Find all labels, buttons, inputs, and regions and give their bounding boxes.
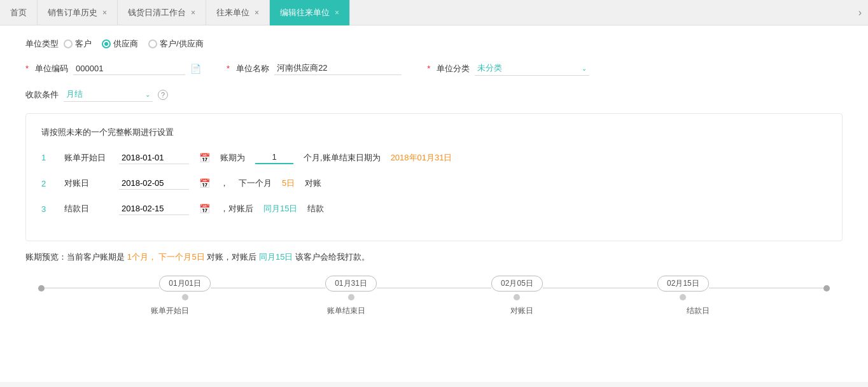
period-text-3b: 结款: [307, 203, 324, 215]
unit-type-row: 单位类型 客户 供应商 客户/供应商: [25, 38, 843, 50]
tab-partner[interactable]: 往来单位 ×: [206, 0, 270, 25]
tab-cash-work[interactable]: 钱货日清工作台 ×: [118, 0, 206, 25]
unit-type-label: 单位类型: [25, 38, 59, 50]
chevron-down-icon: ⌄: [145, 91, 150, 98]
tab-cash-work-label: 钱货日清工作台: [128, 7, 186, 18]
payment-date-input[interactable]: [119, 202, 189, 215]
tl-label-spacer-start: [38, 306, 126, 316]
unit-name-group: * 单位名称: [227, 62, 402, 75]
tab-home-label: 首页: [10, 7, 27, 18]
tl-dot-4: [680, 294, 686, 300]
period-text-1b: 个月,账单结束日期为: [304, 152, 381, 164]
tl-start: [38, 285, 45, 292]
tab-edit-partner[interactable]: 编辑往来单位 ×: [270, 0, 350, 25]
tl-label-1: 账单开始日: [126, 306, 214, 316]
unit-type-group: 单位类型 客户 供应商 客户/供应商: [25, 38, 204, 50]
tl-seg-2: [377, 288, 491, 288]
period-num-2: 2: [41, 179, 54, 188]
close-icon[interactable]: ×: [255, 8, 259, 17]
tl-seg-1: [211, 288, 325, 288]
period-label-3: 结款日: [64, 203, 109, 215]
radio-customer[interactable]: 客户: [64, 38, 92, 50]
close-icon[interactable]: ×: [335, 8, 339, 17]
unit-name-input[interactable]: [274, 62, 402, 75]
tl-start-dot: [38, 285, 45, 292]
tl-chip-1: 01月01日: [159, 276, 211, 292]
preview-section: 账期预览：当前客户账期是 1个月， 下一个月5日 对账，对账后 同月15日 该客…: [25, 251, 843, 263]
period-row-3: 3 结款日 📅 ，对账后 同月15日 结款: [41, 202, 827, 215]
unit-info-row: * 单位编码 📄 * 单位名称 * 单位分类 未分类 ⌄: [25, 61, 843, 76]
tab-home[interactable]: 首页: [0, 0, 38, 25]
close-icon[interactable]: ×: [102, 8, 107, 17]
preview-mid: 对账，对账后: [207, 252, 256, 262]
timeline-nodes-row: 01月01日 01月31日 02月05日 02月15日: [38, 276, 830, 300]
period-num-1: 1: [41, 153, 54, 162]
tab-sales-history[interactable]: 销售订单历史 ×: [38, 0, 118, 25]
period-end-date: 2018年01月31日: [391, 152, 452, 164]
tab-edit-partner-label: 编辑往来单位: [280, 7, 330, 18]
period-row-2: 2 对账日 📅 ， 下一个月5日 对账: [41, 177, 827, 190]
tl-seg-0: [45, 288, 159, 288]
preview-part3: 同月15日: [259, 252, 293, 262]
help-icon[interactable]: ?: [158, 90, 168, 100]
close-icon[interactable]: ×: [191, 8, 195, 17]
radio-customer-label: 客户: [75, 38, 92, 50]
unit-category-star: *: [427, 64, 430, 73]
start-date-input[interactable]: [119, 151, 189, 164]
calendar-icon-1[interactable]: 📅: [199, 153, 210, 163]
tl-label-spacer-1: [214, 306, 302, 316]
period-title: 请按照未来的一个完整帐期进行设置: [41, 127, 827, 138]
payment-terms-select[interactable]: 月结 ⌄: [64, 87, 153, 102]
payment-terms-row: 收款条件 月结 ⌄ ?: [25, 87, 843, 102]
period-text-1a: 账期为: [220, 152, 245, 164]
radio-customer-supplier[interactable]: 客户/供应商: [148, 38, 204, 50]
tl-label-2: 账单结束日: [302, 306, 390, 316]
tab-more-button[interactable]: ›: [852, 7, 868, 18]
unit-code-star: *: [25, 64, 29, 73]
period-row-1: 1 账单开始日 📅 账期为 个月,账单结束日期为 2018年01月31日: [41, 151, 827, 164]
tl-dot-3: [514, 294, 520, 300]
main-content: 单位类型 客户 供应商 客户/供应商 * 单位编码: [0, 25, 868, 382]
payment-terms-group: 收款条件 月结 ⌄ ?: [25, 87, 168, 102]
unit-category-label: 单位分类: [437, 63, 470, 74]
period-months-input[interactable]: [255, 151, 293, 164]
calendar-icon-2[interactable]: 📅: [199, 178, 210, 188]
tl-seg-4: [709, 288, 823, 288]
tab-partner-label: 往来单位: [216, 7, 249, 18]
period-text-2b: 下一个月: [239, 178, 272, 189]
tl-node-1: 01月01日: [159, 276, 211, 300]
period-label-2: 对账日: [64, 178, 109, 189]
unit-code-group: * 单位编码 📄: [25, 62, 201, 75]
radio-supplier-label: 供应商: [113, 38, 138, 50]
tab-bar: 首页 销售订单历史 × 钱货日清工作台 × 往来单位 × 编辑往来单位 × ›: [0, 0, 868, 25]
tl-labels-row: 账单开始日 账单结束日 对账日 结款日: [38, 306, 830, 316]
calendar-icon-3[interactable]: 📅: [199, 204, 210, 214]
unit-code-input[interactable]: [73, 62, 185, 75]
preview-prefix: 账期预览：当前客户账期是: [25, 252, 125, 262]
unit-name-star: *: [227, 64, 230, 73]
tl-label-4: 结款日: [654, 306, 742, 316]
radio-customer-supplier-label: 客户/供应商: [160, 38, 204, 50]
copy-icon[interactable]: 📄: [190, 64, 201, 74]
tl-label-spacer-2: [390, 306, 478, 316]
reconcile-date-input[interactable]: [119, 177, 189, 190]
period-num-3: 3: [41, 204, 54, 214]
unit-name-label: 单位名称: [236, 63, 269, 74]
period-box: 请按照未来的一个完整帐期进行设置 1 账单开始日 📅 账期为 个月,账单结束日期…: [25, 113, 843, 241]
radio-supplier[interactable]: 供应商: [102, 38, 138, 50]
tl-dot-2: [348, 294, 354, 300]
preview-suffix: 该客户会给我打款。: [295, 252, 370, 262]
period-label-1: 账单开始日: [64, 152, 109, 164]
tl-end-dot: [823, 285, 830, 292]
radio-customer-circle: [64, 39, 73, 48]
tl-seg-3: [543, 288, 657, 288]
radio-customer-supplier-circle: [148, 39, 157, 48]
period-highlight-2: 5日: [282, 178, 295, 189]
unit-code-label: 单位编码: [35, 63, 68, 74]
period-highlight-3: 同月15日: [263, 203, 297, 215]
unit-category-select[interactable]: 未分类 ⌄: [475, 61, 589, 76]
tl-node-3: 02月05日: [491, 276, 543, 300]
unit-category-value: 未分类: [477, 62, 577, 74]
chevron-down-icon: ⌄: [582, 65, 587, 72]
tl-label-3: 对账日: [478, 306, 566, 316]
